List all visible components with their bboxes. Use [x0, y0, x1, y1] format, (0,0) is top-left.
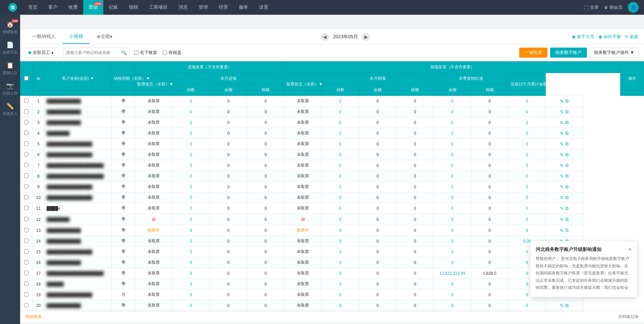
row-checkbox[interactable]: [24, 99, 29, 103]
row-client[interactable]: ████████████████: [45, 182, 112, 192]
red-amt-link[interactable]: 0: [451, 185, 453, 189]
red-amt-link[interactable]: 0: [451, 228, 453, 233]
row-client[interactable]: ████████████: [45, 225, 112, 236]
row-client[interactable]: ████████: [45, 128, 112, 139]
row-client[interactable]: ████████████████: [45, 139, 112, 149]
row-checkbox[interactable]: [24, 260, 29, 264]
row-client[interactable]: ████████████: [45, 236, 112, 247]
member-btn[interactable]: ♛ 购会员: [604, 4, 623, 10]
cum-amt-link[interactable]: 0: [526, 303, 528, 308]
one-click-ticket-btn[interactable]: 一键取票: [519, 48, 547, 58]
row-client[interactable]: ████████████████: [45, 149, 112, 160]
cum-amt-link[interactable]: 0: [526, 152, 528, 157]
nav-settings[interactable]: 设置: [254, 0, 274, 15]
red-amt-link[interactable]: 0: [451, 99, 453, 104]
nav-operation[interactable]: 经营: [213, 0, 233, 15]
row-client[interactable]: ████████████████████: [45, 160, 112, 171]
cum-amt-link[interactable]: 0: [526, 217, 528, 222]
red-amt-link[interactable]: 0: [451, 195, 453, 200]
nav-home[interactable]: 首页: [23, 0, 43, 15]
refresh-link[interactable]: ↻ 刷新: [625, 34, 639, 40]
edit-icon[interactable]: ✎: [560, 184, 564, 190]
red-amt-link[interactable]: 0: [451, 110, 453, 114]
edit-icon[interactable]: ✎: [560, 174, 564, 179]
row-checkbox[interactable]: [24, 271, 29, 275]
settings-icon[interactable]: ⚙: [37, 76, 40, 81]
red-amt-link[interactable]: 0: [451, 174, 453, 179]
employee-select[interactable]: 全部员工 ▾: [25, 48, 59, 58]
row-client[interactable]: ████████████████: [45, 289, 112, 300]
nav-client[interactable]: 客户: [43, 0, 63, 15]
row-checkbox[interactable]: [24, 174, 29, 178]
row-client[interactable]: ████████████: [45, 107, 112, 117]
row-checkbox[interactable]: [24, 120, 29, 124]
copy-icon[interactable]: ⧉: [565, 98, 569, 104]
row-checkbox[interactable]: [24, 131, 29, 135]
row-checkbox[interactable]: [24, 195, 29, 199]
tax-digital-account-ops-btn[interactable]: 税务数字账户操作 ▼: [590, 48, 639, 58]
cum-amt-link[interactable]: 0: [526, 228, 528, 233]
cum-amt-link[interactable]: 0: [526, 195, 528, 200]
cum-amt-link[interactable]: 0: [526, 293, 528, 297]
th-out-status[interactable]: 取票状态（全部）▼: [284, 73, 322, 96]
row-client[interactable]: ████████████████: [45, 192, 112, 203]
guide-link[interactable]: ◉ 新手引导: [572, 34, 594, 40]
row-checkbox[interactable]: [24, 152, 29, 156]
cum-amt-link[interactable]: 0: [526, 131, 528, 136]
nav-ticket[interactable]: 票据 new: [83, 0, 103, 15]
edit-icon[interactable]: ✎: [560, 141, 564, 147]
edit-icon[interactable]: ✎: [560, 109, 564, 115]
edit-icon[interactable]: ✎: [560, 99, 564, 104]
red-amt-link[interactable]: 0: [451, 239, 453, 244]
copy-icon[interactable]: ⧉: [565, 120, 569, 125]
copy-icon[interactable]: ⧉: [565, 205, 569, 211]
cum-amt-link[interactable]: 0: [526, 206, 528, 211]
row-client[interactable]: ████████████████: [45, 247, 112, 257]
th-client[interactable]: 客户名称(全部) ▼: [45, 62, 112, 96]
sidebar-item-invoice-open[interactable]: 📄 发票开具: [0, 38, 20, 58]
nav-bookkeeping[interactable]: 记账: [103, 0, 123, 15]
cum-amt-link[interactable]: 0: [526, 271, 528, 276]
row-client[interactable]: ████e: [45, 203, 112, 214]
edit-icon[interactable]: ✎: [560, 195, 564, 200]
cum-amt-link[interactable]: 0: [526, 142, 528, 146]
nav-charge[interactable]: 收费: [63, 0, 83, 15]
edit-icon[interactable]: ✎: [560, 217, 564, 222]
edit-icon[interactable]: ✎: [560, 228, 564, 233]
sidebar-item-scan-upload[interactable]: 📷 扫描上传: [0, 79, 20, 99]
row-client[interactable]: ████████████: [45, 257, 112, 268]
tax-policy-link[interactable]: 税政政策: [25, 314, 42, 319]
select-all-checkbox[interactable]: [24, 76, 29, 80]
red-amt-link[interactable]: 12,621,319.99: [439, 271, 465, 276]
row-checkbox[interactable]: [24, 184, 29, 189]
tab-general-taxpayer[interactable]: 一般纳税人: [25, 29, 62, 44]
row-checkbox[interactable]: [24, 163, 29, 167]
edit-icon[interactable]: ✎: [560, 120, 564, 125]
edit-icon[interactable]: ✎: [560, 152, 564, 157]
search-icon[interactable]: 🔍: [121, 50, 127, 55]
popup-close-btn[interactable]: ×: [629, 247, 632, 253]
copy-icon[interactable]: ⧉: [565, 152, 569, 157]
red-amt-link[interactable]: 0: [451, 293, 453, 297]
nav-business[interactable]: 工商项目: [144, 0, 173, 15]
row-client[interactable]: ████████████████████: [45, 171, 112, 182]
th-period[interactable]: 纳税周期（全部）▼: [112, 62, 135, 96]
red-amt-link[interactable]: 0: [451, 131, 453, 136]
next-month-btn[interactable]: ▶: [362, 33, 370, 41]
red-amt-link[interactable]: 0: [451, 217, 453, 222]
nav-tax[interactable]: 报税: [123, 0, 144, 15]
tax-digital-account-btn[interactable]: 税务数字账户: [550, 48, 587, 58]
fullscreen-btn[interactable]: ⛶ 全屏: [584, 4, 599, 10]
tab-small-scale[interactable]: 小规模: [62, 29, 90, 44]
manual-link[interactable]: ◉ 操作手册: [598, 34, 621, 40]
red-amt-link[interactable]: 0: [451, 120, 453, 125]
user-avatar[interactable]: 👤: [628, 2, 639, 13]
red-amt-link[interactable]: 0: [451, 142, 453, 146]
copy-icon[interactable]: ⧉: [565, 195, 569, 200]
edit-icon[interactable]: ✎: [560, 206, 564, 211]
copy-icon[interactable]: ⧉: [565, 109, 569, 115]
nav-message[interactable]: 消息: [173, 0, 193, 15]
tab-all[interactable]: ⊕ 全能 ▾: [90, 29, 119, 44]
row-client[interactable]: ████████████████████: [45, 268, 112, 279]
search-box[interactable]: 🔍: [63, 48, 130, 58]
